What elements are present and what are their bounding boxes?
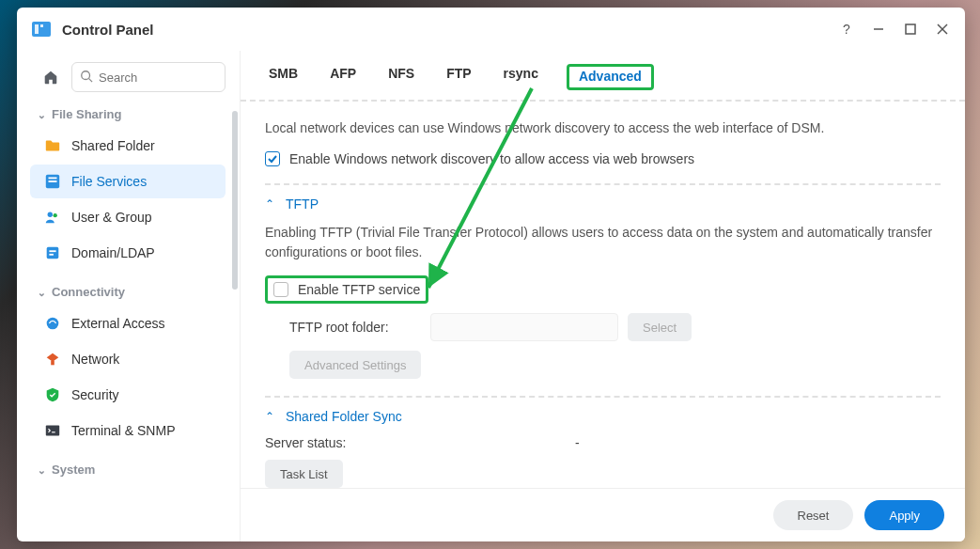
svg-rect-10 — [49, 178, 57, 180]
folder-icon — [43, 136, 62, 155]
svg-point-12 — [48, 212, 53, 217]
home-button[interactable] — [36, 62, 66, 92]
search-icon — [80, 70, 93, 86]
sidebar: ⌃File Sharing Shared Folder File Service… — [17, 51, 241, 541]
tab-smb[interactable]: SMB — [265, 64, 302, 90]
tab-nfs[interactable]: NFS — [384, 64, 418, 90]
users-icon — [43, 208, 62, 227]
search-input[interactable] — [99, 71, 217, 85]
svg-point-13 — [54, 213, 57, 217]
tab-advanced[interactable]: Advanced — [579, 69, 642, 84]
task-list-button[interactable]: Task List — [265, 460, 343, 488]
svg-point-7 — [82, 71, 90, 79]
tab-rsync[interactable]: rsync — [500, 64, 542, 90]
search-box[interactable] — [71, 62, 226, 92]
maximize-button[interactable] — [901, 20, 920, 39]
network-icon — [43, 350, 62, 369]
tftp-select-button[interactable]: Select — [628, 313, 692, 341]
svg-rect-1 — [35, 24, 39, 34]
apply-button[interactable]: Apply — [864, 500, 944, 530]
tftp-advanced-settings-button[interactable]: Advanced Settings — [289, 351, 421, 379]
section-file-sharing[interactable]: ⌃File Sharing — [24, 102, 231, 127]
tftp-desc: Enabling TFTP (Trivial File Transfer Pro… — [265, 223, 941, 262]
control-panel-window: Control Panel ? ⌃File Sharing — [17, 8, 965, 541]
settings-pane: Local network devices can use Windows ne… — [241, 102, 965, 488]
sidebar-item-external-access[interactable]: External Access — [30, 306, 226, 340]
highlight-enable-tftp: Enable TFTP service — [265, 275, 428, 304]
svg-rect-11 — [49, 180, 57, 182]
footer: Reset Apply — [241, 488, 965, 541]
tabs: SMB AFP NFS FTP rsync Advanced — [241, 51, 965, 102]
server-status-label: Server status: — [265, 435, 566, 450]
help-button[interactable]: ? — [837, 20, 856, 39]
control-panel-icon — [30, 18, 53, 40]
svg-rect-4 — [906, 24, 915, 34]
external-access-icon — [43, 314, 62, 333]
enable-wsdiscovery-checkbox[interactable] — [265, 151, 280, 166]
svg-rect-19 — [46, 426, 59, 436]
svg-rect-2 — [40, 24, 43, 27]
server-status-value: - — [575, 435, 580, 450]
highlight-advanced-tab: Advanced — [567, 64, 654, 90]
svg-rect-14 — [47, 247, 59, 259]
minimize-button[interactable] — [869, 20, 888, 39]
tftp-root-label: TFTP root folder: — [289, 320, 421, 335]
domain-icon — [43, 243, 62, 262]
tab-ftp[interactable]: FTP — [443, 64, 474, 90]
window-title: Control Panel — [62, 22, 824, 38]
shield-icon — [43, 385, 62, 404]
sidebar-item-domain-ldap[interactable]: Domain/LDAP — [30, 236, 226, 270]
close-button[interactable] — [933, 20, 952, 39]
sidebar-item-file-services[interactable]: File Services — [30, 165, 226, 198]
svg-rect-15 — [49, 250, 55, 252]
svg-line-8 — [89, 78, 93, 82]
sidebar-scrollbar[interactable] — [232, 103, 240, 498]
sidebar-item-user-group[interactable]: User & Group — [30, 200, 226, 234]
terminal-icon — [43, 421, 62, 440]
file-services-icon — [43, 172, 62, 191]
main-pane: SMB AFP NFS FTP rsync Advanced Local net… — [241, 51, 965, 541]
tftp-root-input — [430, 313, 618, 341]
enable-tftp-label: Enable TFTP service — [298, 282, 420, 297]
sidebar-item-network[interactable]: Network — [30, 342, 226, 376]
section-connectivity[interactable]: ⌃Connectivity — [24, 279, 231, 305]
sidebar-item-terminal-snmp[interactable]: Terminal & SNMP — [30, 414, 226, 447]
tftp-section-toggle[interactable]: ⌃TFTP — [265, 196, 941, 212]
svg-rect-16 — [49, 254, 54, 256]
content-area: ⌃File Sharing Shared Folder File Service… — [17, 51, 965, 541]
enable-wsdiscovery-label: Enable Windows network discovery to allo… — [289, 151, 694, 166]
shared-folder-sync-toggle[interactable]: ⌃Shared Folder Sync — [265, 409, 941, 424]
enable-tftp-checkbox[interactable] — [273, 282, 288, 297]
svg-rect-18 — [51, 361, 54, 366]
titlebar: Control Panel ? — [17, 8, 965, 51]
svg-point-17 — [47, 318, 59, 330]
sidebar-item-shared-folder[interactable]: Shared Folder — [30, 129, 226, 163]
sidebar-item-security[interactable]: Security — [30, 378, 226, 412]
section-system[interactable]: ⌃System — [24, 457, 231, 482]
reset-button[interactable]: Reset — [773, 500, 854, 530]
wsdiscovery-desc: Local network devices can use Windows ne… — [265, 118, 941, 138]
tab-afp[interactable]: AFP — [326, 64, 360, 90]
